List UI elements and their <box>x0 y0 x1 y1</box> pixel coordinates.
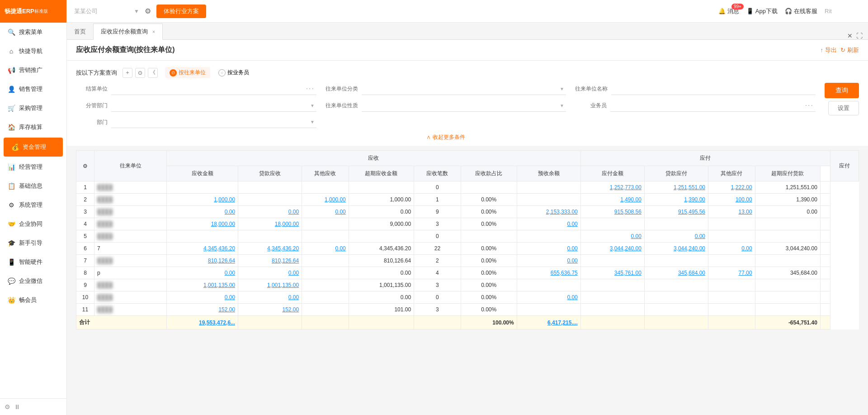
tab-home[interactable]: 首页 <box>67 24 93 39</box>
sidebar-item-corp-coop[interactable]: 🤝 企业协同 <box>0 215 66 234</box>
dept-manager-input[interactable]: ▼ <box>111 100 316 112</box>
partner-name: ████ <box>94 279 167 291</box>
loan-pay[interactable]: 1,251,551.00 <box>644 181 708 194</box>
other-pay[interactable]: 1,222.00 <box>708 181 755 194</box>
table-area: ⚙ 往来单位 应收 应付 应付 应收金额 贷款应收 其他应收 超期应收金额 应收… <box>67 146 868 415</box>
recv-amount[interactable]: 152.00 <box>167 304 238 316</box>
salesperson-input[interactable]: ··· <box>610 100 816 112</box>
sidebar-item-operations[interactable]: 📊 经营管理 <box>0 157 66 176</box>
app-download-button[interactable]: 📱 App下载 <box>746 7 778 15</box>
loan-recv[interactable]: 0.00 <box>238 206 302 218</box>
other-pay[interactable]: 13.00 <box>708 206 755 218</box>
recv-amount[interactable]: 18,000.00 <box>167 218 238 230</box>
sidebar-item-corp-wechat[interactable]: 💬 企业微信 <box>0 272 66 291</box>
pay-amount[interactable]: 345,761.00 <box>580 267 644 279</box>
expand-icon[interactable]: ⛶ <box>856 32 863 39</box>
pay-amount[interactable]: 0.00 <box>580 230 644 243</box>
app-download-label: App下载 <box>755 7 778 15</box>
sidebar-item-search-menu[interactable]: 🔍 搜索菜单 <box>0 23 66 42</box>
smart-hw-label: 智能硬件 <box>19 258 42 266</box>
add-scheme-button[interactable]: ＋ <box>123 68 132 78</box>
other-recv[interactable]: 0.00 <box>302 206 349 218</box>
query-button[interactable]: 查询 <box>825 83 859 98</box>
partner-nature-field: 往来单位性质 ▼ <box>326 100 566 112</box>
settlement-unit-input[interactable]: ··· <box>111 83 316 95</box>
edit-scheme-button[interactable]: ⊙ <box>135 68 145 78</box>
settings-col-header[interactable]: ⚙ <box>76 151 94 181</box>
loan-recv[interactable]: 152.00 <box>238 304 302 316</box>
sidebar-item-basic-info[interactable]: 📋 基础信息 <box>0 176 66 196</box>
recv-amount[interactable]: 0.00 <box>167 206 238 218</box>
settings-icon[interactable]: ⚙ <box>5 403 10 410</box>
sidebar-item-newbie[interactable]: 🎓 新手引导 <box>0 234 66 253</box>
table-row: 10 ████ 0.00 0.00 0.00 0 0.00% 0.00 <box>76 291 859 304</box>
sidebar-item-sales[interactable]: 👤 销售管理 <box>0 80 66 99</box>
prepaid[interactable]: 0.00 <box>517 255 580 267</box>
pay-amount[interactable]: 1,490.00 <box>580 194 644 206</box>
recv-amount[interactable]: 0.00 <box>167 291 238 304</box>
user-name[interactable]: Rit <box>825 8 861 14</box>
other-pay[interactable]: 100.00 <box>708 194 755 206</box>
row-no: 6 <box>76 243 94 255</box>
sidebar-item-purchase[interactable]: 🛒 采购管理 <box>0 99 66 118</box>
other-pay[interactable]: 0.00 <box>708 243 755 255</box>
recv-amount[interactable]: 810,126.64 <box>167 255 238 267</box>
other-recv[interactable]: 1,000.00 <box>302 194 349 206</box>
partner-nature-input[interactable]: ▼ <box>362 100 566 112</box>
recv-ratio: 0.00% <box>461 194 517 206</box>
sidebar-item-smart-hw[interactable]: 📱 智能硬件 <box>0 253 66 272</box>
sidebar-item-warehouse[interactable]: 🏠 库存核算 <box>0 118 66 137</box>
recv-amount[interactable]: 4,345,436.20 <box>167 243 238 255</box>
partner-category-input[interactable]: ▼ <box>362 83 566 95</box>
loan-recv[interactable]: 1,001,135.00 <box>238 279 302 291</box>
dept-input[interactable]: ▼ <box>111 116 316 128</box>
loan-recv[interactable]: 4,345,436.20 <box>238 243 302 255</box>
prepaid[interactable]: 0.00 <box>517 243 580 255</box>
recv-amount[interactable]: 1,000.00 <box>167 194 238 206</box>
sidebar-item-finance[interactable]: 💰 资金管理 <box>4 138 63 157</box>
loan-pay[interactable]: 0.00 <box>644 230 708 243</box>
prepaid[interactable]: 655,636.75 <box>517 267 580 279</box>
loan-recv[interactable]: 810,126.64 <box>238 255 302 267</box>
sidebar-item-system[interactable]: ⚙ 系统管理 <box>0 196 66 215</box>
set-button[interactable]: 设置 <box>828 101 859 115</box>
prepaid[interactable]: 0.00 <box>517 218 580 230</box>
collapse-scheme-button[interactable]: 《 <box>148 68 158 78</box>
prepaid[interactable]: 0.00 <box>517 291 580 304</box>
loan-pay[interactable]: 3,044,240.00 <box>644 243 708 255</box>
pay-amount[interactable]: 915,508.56 <box>580 206 644 218</box>
loan-recv[interactable]: 0.00 <box>238 267 302 279</box>
notify-button[interactable]: 🔔 消息 99+ <box>718 7 739 15</box>
loan-pay[interactable]: 1,390.00 <box>644 194 708 206</box>
online-service-button[interactable]: 🎧 在线客服 <box>785 7 817 15</box>
refresh-button[interactable]: ↻ 刷新 <box>840 46 859 54</box>
recv-amount[interactable]: 0.00 <box>167 267 238 279</box>
sidebar-item-quick-nav[interactable]: ⌂ 快捷导航 <box>0 42 66 61</box>
export-button[interactable]: ↑ 导出 <box>821 46 837 54</box>
loan-pay[interactable]: 345,684.00 <box>644 267 708 279</box>
company-dropdown-icon[interactable]: ▼ <box>134 8 139 14</box>
recv-amount[interactable]: 1,001,135.00 <box>167 279 238 291</box>
loan-pay[interactable]: 915,495.56 <box>644 206 708 218</box>
sidebar-item-member[interactable]: 👑 畅会员 <box>0 291 66 310</box>
pay-amount[interactable]: 3,044,240.00 <box>580 243 644 255</box>
scheme-by-partner[interactable]: ⊙ 按往来单位 <box>165 67 210 78</box>
scheme-by-employee[interactable]: ○ 按业务员 <box>214 67 254 78</box>
sidebar-item-marketing[interactable]: 📢 营销推广 <box>0 61 66 80</box>
partner-name-input[interactable] <box>611 83 816 95</box>
solution-button[interactable]: 体验行业方案 <box>156 5 206 18</box>
prepaid[interactable]: 2,153,333.00 <box>517 206 580 218</box>
loan-recv[interactable]: 0.00 <box>238 291 302 304</box>
other-recv[interactable]: 0.00 <box>302 243 349 255</box>
other-pay[interactable]: 77.00 <box>708 267 755 279</box>
recv-ratio: 0.00% <box>461 218 517 230</box>
tab-close-icon[interactable]: × <box>152 29 155 34</box>
settings-gear-icon[interactable]: ⚙ <box>145 7 151 15</box>
collapse-more-btn[interactable]: ∧ 收起更多条件 <box>76 132 816 143</box>
tab-receivable[interactable]: 应收应付余额查询 × <box>93 24 163 40</box>
close-window-icon[interactable]: ✕ <box>847 32 853 39</box>
pay-amount[interactable]: 1,252,773.00 <box>580 181 644 194</box>
table-row: 4 ████ 18,000.00 18,000.00 9,000.00 3 0.… <box>76 218 859 230</box>
loan-recv[interactable]: 18,000.00 <box>238 218 302 230</box>
collapse-icon[interactable]: ⏸ <box>14 403 20 410</box>
